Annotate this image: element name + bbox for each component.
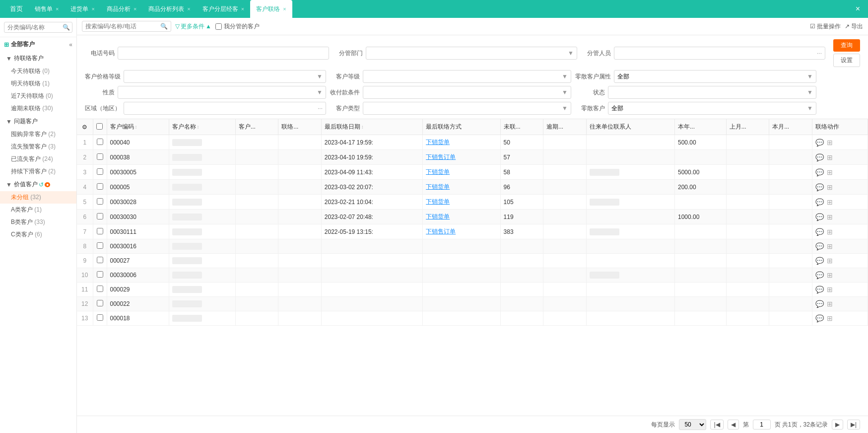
sidebar-item-tomorrow-pending[interactable]: 明天待联络 (1) xyxy=(0,77,76,90)
th-checkbox[interactable] xyxy=(93,119,107,135)
table-cell[interactable] xyxy=(423,311,500,326)
chat-icon[interactable]: 💬 xyxy=(815,153,824,161)
table-cell[interactable]: 💬⊞ xyxy=(812,135,868,150)
th-last-date[interactable]: 最后联络日期↕ xyxy=(321,119,422,135)
chat-icon[interactable]: 💬 xyxy=(815,257,824,265)
search-input[interactable] xyxy=(85,23,160,30)
grid-action-icon[interactable]: ⊞ xyxy=(827,271,833,279)
close-tab-salesorder-icon[interactable]: × xyxy=(56,6,59,12)
more-conditions-button[interactable]: ▽ 更多条件 ▲ xyxy=(175,22,211,31)
sidebar-item-overdue-pending[interactable]: 逾期未联络 (30) xyxy=(0,102,76,115)
table-cell[interactable] xyxy=(423,268,500,283)
sidebar-item-declining[interactable]: 持续下滑客户 (2) xyxy=(0,165,76,178)
grid-action-icon[interactable]: ⊞ xyxy=(827,153,833,161)
sidebar-item-today-pending[interactable]: 今天待联络 (0) xyxy=(0,65,76,77)
th-not-contact[interactable]: 未联... xyxy=(500,119,543,135)
customer-level-select[interactable]: ▼ xyxy=(363,70,571,83)
grid-action-icon[interactable]: ⊞ xyxy=(827,228,833,236)
grid-action-icon[interactable]: ⊞ xyxy=(827,198,833,206)
table-cell[interactable] xyxy=(423,297,500,311)
sidebar-item-unclassified[interactable]: 未分组 (32) xyxy=(0,191,76,204)
table-cell[interactable]: 💬⊞ xyxy=(812,224,868,239)
sidebar-all-customers[interactable]: ⊞ 全部客户 « xyxy=(0,37,76,52)
row-checkbox[interactable] xyxy=(93,224,107,239)
first-page-button[interactable]: |◀ xyxy=(710,420,723,430)
status-select[interactable]: ▼ xyxy=(608,86,816,99)
table-cell[interactable] xyxy=(423,283,500,297)
last-page-button[interactable]: ▶| xyxy=(847,420,860,430)
page-input[interactable] xyxy=(753,420,771,430)
select-all-checkbox[interactable] xyxy=(96,123,103,130)
chat-icon[interactable]: 💬 xyxy=(815,314,824,322)
window-close-button[interactable]: × xyxy=(852,4,864,13)
table-cell[interactable] xyxy=(423,254,500,268)
nav-tab-productanalysis[interactable]: 商品分析 × xyxy=(101,0,142,18)
manager-select[interactable]: ··· xyxy=(614,47,825,60)
my-customers-checkbox[interactable]: 我分管的客户 xyxy=(215,22,260,31)
row-checkbox[interactable] xyxy=(93,165,107,180)
grid-action-icon[interactable]: ⊞ xyxy=(827,314,833,322)
chat-icon[interactable]: 💬 xyxy=(815,198,824,206)
table-cell[interactable]: 💬⊞ xyxy=(812,254,868,268)
sidebar-item-hoard-abnormal[interactable]: 囤购异常客户 (2) xyxy=(0,128,76,141)
phone-input[interactable] xyxy=(118,47,329,60)
table-cell[interactable]: 下销售订单 xyxy=(423,224,500,239)
prev-page-button[interactable]: ◀ xyxy=(728,420,739,430)
row-checkbox[interactable] xyxy=(93,195,107,210)
row-checkbox[interactable] xyxy=(93,135,107,150)
table-cell[interactable]: 💬⊞ xyxy=(812,180,868,195)
sidebar-item-class-b[interactable]: B类客户 (33) xyxy=(0,216,76,228)
row-checkbox[interactable] xyxy=(93,297,107,311)
chat-icon[interactable]: 💬 xyxy=(815,139,824,146)
th-this-month[interactable]: 本月... xyxy=(769,119,812,135)
close-tab-productanalysis-icon[interactable]: × xyxy=(134,6,136,12)
th-code[interactable]: 客户编码↕ xyxy=(107,119,169,135)
next-page-button[interactable]: ▶ xyxy=(832,420,843,430)
sidebar-item-churned[interactable]: 已流失客户 (24) xyxy=(0,153,76,165)
nav-tab-salesorder[interactable]: 销售单 × xyxy=(29,0,65,18)
chat-icon[interactable]: 💬 xyxy=(815,300,824,308)
table-cell[interactable]: 下销货单 xyxy=(423,180,500,195)
table-cell[interactable]: 💬⊞ xyxy=(812,283,868,297)
close-tab-customer-tier-icon[interactable]: × xyxy=(241,6,244,12)
row-checkbox[interactable] xyxy=(93,180,107,195)
sidebar-value-group[interactable]: ▼ 价值客户 ↺ ● xyxy=(0,178,76,191)
price-level-select[interactable]: ▼ xyxy=(124,70,326,83)
chat-icon[interactable]: 💬 xyxy=(815,271,824,279)
retail-attr-select[interactable]: 全部 ▼ xyxy=(614,70,816,83)
table-cell[interactable]: 下销货单 xyxy=(423,165,500,180)
row-checkbox[interactable] xyxy=(93,150,107,165)
row-checkbox[interactable] xyxy=(93,239,107,254)
th-type[interactable]: 客户... xyxy=(235,119,278,135)
refresh-icon[interactable]: ↺ xyxy=(39,181,44,188)
row-checkbox[interactable] xyxy=(93,268,107,283)
retail-customer-select[interactable]: 全部 ▼ xyxy=(608,102,816,115)
table-cell[interactable] xyxy=(423,239,500,254)
nav-home[interactable]: 首页 xyxy=(4,4,29,13)
th-this-year[interactable]: 本年... xyxy=(674,119,726,135)
grid-action-icon[interactable]: ⊞ xyxy=(827,242,833,250)
region-select[interactable]: ··· xyxy=(124,102,326,115)
sidebar-pending-group[interactable]: ▼ 待联络客户 xyxy=(0,52,76,65)
close-tab-customer-contact-icon[interactable]: × xyxy=(283,6,286,12)
sidebar-item-7day-pending[interactable]: 近7天待联络 (0) xyxy=(0,90,76,102)
table-cell[interactable]: 💬⊞ xyxy=(812,311,868,326)
export-button[interactable]: ↗ 导出 xyxy=(845,22,863,31)
customer-type-select[interactable]: ▼ xyxy=(363,102,571,115)
th-last-method[interactable]: 最后联络方式 xyxy=(423,119,500,135)
grid-action-icon[interactable]: ⊞ xyxy=(827,257,833,265)
chat-icon[interactable]: 💬 xyxy=(815,213,824,221)
sidebar-problem-group[interactable]: ▼ 问题客户 xyxy=(0,115,76,128)
table-cell[interactable]: 💬⊞ xyxy=(812,239,868,254)
table-cell[interactable]: 下销货单 xyxy=(423,210,500,224)
row-checkbox[interactable] xyxy=(93,311,107,326)
grid-action-icon[interactable]: ⊞ xyxy=(827,300,833,308)
grid-action-icon[interactable]: ⊞ xyxy=(827,183,833,191)
sidebar-item-churn-warning[interactable]: 流失预警客户 (3) xyxy=(0,141,76,153)
my-customers-check[interactable] xyxy=(215,23,222,30)
table-cell[interactable]: 下销售订单 xyxy=(423,150,500,165)
grid-action-icon[interactable]: ⊞ xyxy=(827,213,833,221)
nav-tab-productlist[interactable]: 商品分析列表 × xyxy=(142,0,196,18)
table-cell[interactable]: 💬⊞ xyxy=(812,297,868,311)
th-name[interactable]: 客户名称↕ xyxy=(169,119,235,135)
